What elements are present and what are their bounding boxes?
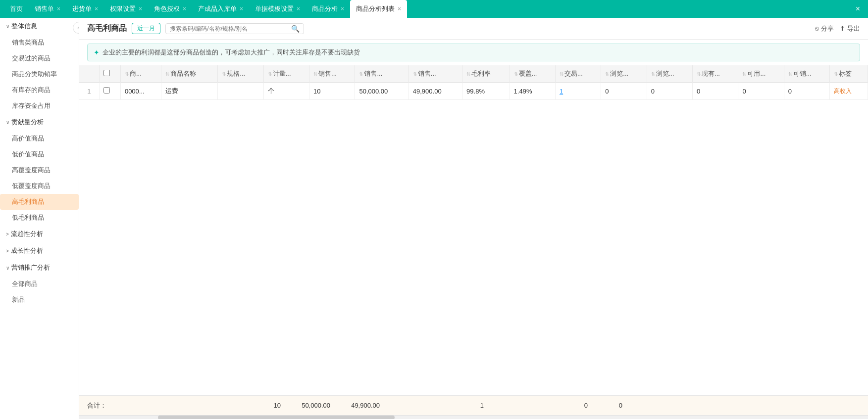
col-header-14[interactable]: ⇅现有...	[693, 65, 738, 83]
row-browse2: 0	[647, 83, 692, 100]
transaction-link[interactable]: 1	[560, 88, 563, 95]
row-coverage: 1.49%	[510, 83, 555, 100]
nav-close-icon[interactable]: ×	[183, 5, 186, 12]
footer-transaction: 1	[453, 402, 488, 409]
nav-item-7[interactable]: 商品分析×	[306, 0, 350, 18]
page-title: 高毛利商品	[87, 23, 127, 34]
nav-item-1[interactable]: 销售单×	[29, 0, 66, 18]
col-header-13[interactable]: ⇅浏览...	[647, 65, 692, 83]
row-tag: 高收入	[830, 83, 868, 100]
col-label: 标签	[839, 70, 852, 77]
nav-close-icon[interactable]: ×	[95, 5, 98, 12]
nav-close-icon[interactable]: ×	[57, 5, 60, 12]
sort-icon: ⇅	[697, 71, 701, 77]
nav-item-5[interactable]: 产成品入库单×	[192, 0, 249, 18]
row-unit: 个	[263, 83, 309, 100]
col-header-7[interactable]: ⇅销售...	[355, 65, 408, 83]
sidebar-group-3[interactable]: >成长性分析	[0, 242, 79, 259]
col-header-9[interactable]: ⇅毛利率	[462, 65, 510, 83]
col-header-11[interactable]: ⇅交易...	[555, 65, 601, 83]
col-label: 现有...	[702, 70, 720, 77]
col-header-3[interactable]: ⇅商品名称	[161, 65, 218, 83]
col-label: 销售...	[318, 70, 337, 77]
col-label: 可用...	[747, 70, 766, 77]
window-close-button[interactable]: ×	[852, 4, 864, 13]
sort-icon: ⇅	[222, 71, 226, 77]
sort-icon: ⇅	[651, 71, 655, 77]
row-name: 运费	[161, 83, 218, 100]
search-icon[interactable]: 🔍	[291, 25, 300, 33]
col-label: 交易...	[564, 70, 583, 77]
row-sales-profit: 49,900.00	[408, 83, 462, 100]
nav-item-3[interactable]: 权限设置×	[104, 0, 148, 18]
sidebar-item-1-5[interactable]: 低毛利商品	[0, 210, 79, 226]
col-header-8[interactable]: ⇅销售...	[408, 65, 462, 83]
nav-item-8[interactable]: 商品分析列表×	[350, 0, 407, 18]
sort-icon: ⇅	[125, 71, 129, 77]
col-header-2[interactable]: ⇅商...	[120, 65, 161, 83]
sidebar-item-1-1[interactable]: 低价值商品	[0, 146, 79, 162]
tag-label: 高收入	[834, 88, 852, 94]
data-table: ⇅商...⇅商品名称⇅规格...⇅计量...⇅销售...⇅销售...⇅销售...…	[79, 65, 868, 100]
main-layout: « ∨整体信息销售类商品交易过的商品商品分类助销率有库存的商品库存资金占用∨贡献…	[0, 18, 868, 419]
row-checkbox	[99, 83, 120, 100]
nav-item-6[interactable]: 单据模板设置×	[249, 0, 306, 18]
sidebar-item-0-3[interactable]: 有库存的商品	[0, 82, 79, 98]
share-icon: ⎋	[815, 25, 819, 32]
search-box: 🔍	[165, 23, 304, 34]
col-header-16[interactable]: ⇅可销...	[784, 65, 829, 83]
col-header-6[interactable]: ⇅销售...	[309, 65, 355, 83]
nav-item-4[interactable]: 角色授权×	[148, 0, 192, 18]
export-icon: ⬆	[840, 25, 845, 32]
footer-label: 合计：	[87, 401, 106, 410]
sidebar-item-0-4[interactable]: 库存资金占用	[0, 98, 79, 114]
nav-close-icon[interactable]: ×	[240, 5, 243, 12]
sort-icon: ⇅	[313, 71, 317, 77]
col-header-17[interactable]: ⇅标签	[830, 65, 868, 83]
col-header-15[interactable]: ⇅可用...	[738, 65, 784, 83]
col-header-4[interactable]: ⇅规格...	[218, 65, 263, 83]
nav-item-0[interactable]: 首页	[4, 0, 29, 18]
row-select-checkbox[interactable]	[103, 87, 110, 93]
nav-item-2[interactable]: 进货单×	[66, 0, 104, 18]
col-header-12[interactable]: ⇅浏览...	[601, 65, 647, 83]
row-available: 0	[738, 83, 784, 100]
sidebar-item-1-0[interactable]: 高价值商品	[0, 131, 79, 146]
table-row: 10000...运费个1050,000.0049,900.0099.8%1.49…	[79, 83, 868, 100]
col-header-5[interactable]: ⇅计量...	[263, 65, 309, 83]
horizontal-scrollbar[interactable]	[79, 415, 868, 419]
nav-close-icon[interactable]: ×	[398, 5, 401, 12]
nav-close-icon[interactable]: ×	[139, 5, 142, 12]
share-button[interactable]: ⎋ 分享	[815, 24, 834, 33]
row-gross-margin: 99.8%	[462, 83, 510, 100]
sidebar-item-1-4[interactable]: 高毛利商品	[0, 194, 79, 210]
search-input[interactable]	[170, 25, 289, 32]
sort-icon: ⇅	[834, 71, 838, 77]
col-label: 可销...	[793, 70, 812, 77]
export-button[interactable]: ⬆ 导出	[840, 24, 860, 33]
sidebar-group-4[interactable]: ∨营销推广分析	[0, 259, 79, 276]
sort-icon: ⇅	[560, 71, 563, 77]
sidebar-item-0-1[interactable]: 交易过的商品	[0, 50, 79, 66]
sidebar-item-0-0[interactable]: 销售类商品	[0, 35, 79, 50]
sidebar-item-4-0[interactable]: 全部商品	[0, 276, 79, 292]
filter-month-button[interactable]: 近一月	[132, 23, 160, 34]
footer-sales-qty: 10	[255, 402, 285, 409]
sidebar-group-0[interactable]: ∨整体信息	[0, 18, 79, 35]
sidebar-group-1[interactable]: ∨贡献量分析	[0, 114, 79, 131]
col-header-10[interactable]: ⇅覆盖...	[510, 65, 555, 83]
sidebar-group-2[interactable]: >流趋性分析	[0, 226, 79, 242]
nav-close-icon[interactable]: ×	[341, 5, 344, 12]
sidebar-group-arrow: ∨	[6, 265, 9, 271]
footer-sales-amount: 50,000.00	[285, 402, 334, 409]
sort-icon: ⇅	[359, 71, 363, 77]
sidebar-item-1-3[interactable]: 低覆盖度商品	[0, 178, 79, 194]
sidebar-item-4-1[interactable]: 新品	[0, 292, 79, 308]
select-all-checkbox[interactable]	[103, 70, 110, 76]
content-header: 高毛利商品 近一月 🔍 ⎋ 分享 ⬆ 导出	[79, 18, 868, 40]
sidebar-item-1-2[interactable]: 高覆盖度商品	[0, 162, 79, 178]
sidebar-item-0-2[interactable]: 商品分类助销率	[0, 66, 79, 82]
nav-close-icon[interactable]: ×	[297, 5, 300, 12]
row-spec	[218, 83, 263, 100]
footer-sales-profit: 49,900.00	[334, 402, 384, 409]
